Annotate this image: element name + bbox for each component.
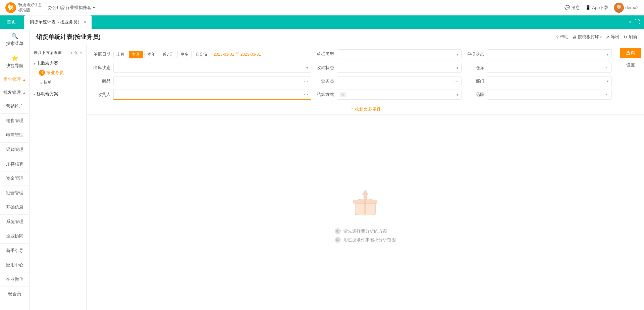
help-button[interactable]: ? 帮助 — [556, 34, 569, 40]
date-custom-button[interactable]: 自定义 — [193, 51, 211, 58]
salesperson-dots[interactable]: ··· — [454, 78, 459, 84]
window-maximize-button[interactable]: ⛶ — [635, 19, 640, 25]
consignee-dots[interactable]: ··· — [304, 92, 308, 98]
dept-select[interactable]: ▾ — [487, 76, 612, 86]
logo-text: 畅捷通好生意 标准版 — [18, 2, 42, 13]
brand-dots[interactable]: ··· — [604, 92, 609, 98]
sidebar-item-wholesale[interactable]: 批发管理 ▲ — [0, 86, 29, 99]
date-this-year-button[interactable]: 本年 — [144, 51, 158, 58]
sidebar-item-finance[interactable]: 资金管理 — [0, 171, 29, 186]
user-menu[interactable]: demo2 — [614, 3, 639, 13]
date-last7-button[interactable]: 近7天 — [160, 51, 176, 58]
filter-field-dept: 部门 ▾ — [466, 76, 612, 86]
recv-status-arrow-icon: ▾ — [457, 66, 459, 70]
out-status-select[interactable]: ▾ — [113, 63, 311, 73]
print-arrow-icon: ▾ — [600, 35, 602, 39]
date-more-button[interactable]: 更多 — [177, 51, 192, 58]
payment-tag: × — [340, 92, 346, 97]
payment-select[interactable]: × ▾ — [337, 90, 462, 100]
doc-type-arrow-icon: ▾ — [457, 52, 459, 57]
tab-home[interactable]: 首页 — [0, 15, 23, 29]
salesperson-input[interactable]: ··· — [337, 76, 462, 86]
payment-tag-remove[interactable]: × — [342, 93, 344, 97]
refresh-icon: ↻ — [624, 35, 627, 40]
query-button[interactable]: 查询 — [620, 48, 641, 58]
sidebar-item-newbie[interactable]: 新手引导 — [0, 244, 29, 258]
setting-button[interactable]: 设置 — [620, 60, 641, 70]
top-bar-left: 畅 畅捷通好生意 标准版 办公用品行业模拟账套 ▾ — [5, 2, 98, 13]
logo-icon: 畅 — [5, 2, 16, 13]
goods-input[interactable]: ··· — [113, 76, 311, 86]
sidebar-item-search-menu[interactable]: 🔍 搜索菜单 — [0, 29, 29, 51]
scheme-add-button[interactable]: + — [70, 50, 73, 56]
date-this-month-button[interactable]: 本月 — [129, 51, 143, 58]
scheme-item-by-salesperson[interactable]: 按 按业务员 — [30, 68, 86, 78]
doc-status-select[interactable]: ▾ — [487, 49, 612, 59]
scheme-group-mobile-header[interactable]: ▸ 移动端方案 — [30, 90, 86, 98]
sidebar: 🔍 搜索菜单 ⭐ 快捷导航 零售管理 ▲ 批发管理 ▲ 营销推广 销售管理 — [0, 29, 30, 310]
page-title: 销货单统计表(按业务员) — [36, 33, 101, 41]
window-close-button[interactable]: × — [629, 19, 632, 25]
svg-rect-5 — [364, 200, 366, 214]
svg-marker-6 — [362, 189, 369, 200]
app-download-button[interactable]: 📱 App下载 — [585, 5, 608, 11]
top-bar-right: 💬 消息 📱 App下载 demo2 — [565, 3, 639, 13]
sidebar-item-sales[interactable]: 销售管理 — [0, 114, 29, 128]
doc-status-arrow-icon: ▾ — [607, 52, 609, 57]
page-header-actions: ? 帮助 🖨 按模板打印 ▾ ↗ 导出 ↻ 刷新 — [556, 34, 637, 40]
scheme-collapse-button[interactable]: « — [79, 50, 82, 56]
sidebar-item-collab[interactable]: 企业协同 — [0, 229, 29, 244]
avatar — [614, 3, 624, 13]
sidebar-item-wechat[interactable]: 企业微信 — [0, 272, 29, 287]
workspace-selector[interactable]: 办公用品行业模拟账套 ▾ — [45, 3, 98, 12]
filter-row-1: 单据日期 上月 本月 本年 近7天 更多 自定义 2023-03-01 至 20… — [92, 49, 612, 59]
doc-status-label: 单据状态 — [466, 51, 484, 57]
empty-hint-2: ② 用过滤条件来缩小分析范围 — [335, 237, 396, 243]
export-button[interactable]: ↗ 导出 — [606, 34, 620, 40]
sidebar-item-retail[interactable]: 零售管理 ▲ — [0, 73, 29, 86]
main-area: 🔍 搜索菜单 ⭐ 快捷导航 零售管理 ▲ 批发管理 ▲ 营销推广 销售管理 — [0, 29, 644, 310]
sidebar-item-purchase[interactable]: 采购管理 — [0, 143, 29, 157]
sidebar-item-inventory[interactable]: 库存核算 — [0, 157, 29, 171]
warehouse-dots[interactable]: ··· — [604, 65, 609, 71]
brand-label: 品牌 — [466, 92, 484, 98]
sub-doc-icon: ≡ — [40, 81, 42, 85]
sidebar-item-system[interactable]: 系统管理 — [0, 215, 29, 229]
warehouse-input[interactable]: ··· — [487, 63, 612, 73]
sidebar-item-member[interactable]: 畅会员 — [0, 287, 29, 301]
sidebar-item-business[interactable]: 经营管理 — [0, 186, 29, 200]
goods-dots[interactable]: ··· — [304, 78, 308, 84]
recv-status-label: 收款状态 — [315, 65, 334, 71]
filter-field-doc-type: 单据类型 ▾ — [315, 49, 462, 59]
sidebar-item-apps[interactable]: 应用中心 — [0, 258, 29, 272]
scheme-salesperson-icon: 按 — [39, 70, 45, 76]
message-button[interactable]: 💬 消息 — [565, 5, 580, 11]
refresh-button[interactable]: ↻ 刷新 — [624, 34, 637, 40]
dept-arrow-icon: ▾ — [607, 79, 609, 84]
hint-num-1: ① — [335, 228, 341, 234]
doc-type-select[interactable]: ▾ — [337, 49, 462, 59]
export-icon: ↗ — [606, 35, 609, 40]
empty-hints: ① 请先选择要分析的方案 ② 用过滤条件来缩小分析范围 — [335, 228, 396, 243]
scheme-group-mobile: ▸ 移动端方案 — [30, 88, 86, 100]
tab-close-button[interactable]: × — [84, 20, 86, 24]
scheme-group-pc-header[interactable]: ▾ 电脑端方案 — [30, 59, 86, 68]
brand-input[interactable]: ··· — [487, 90, 612, 100]
sidebar-item-quick-nav[interactable]: ⭐ 快捷导航 — [0, 51, 29, 73]
sidebar-item-basic[interactable]: 基础信息 — [0, 200, 29, 215]
collapse-bar[interactable]: ⌃ 收起更多条件 — [87, 104, 644, 114]
scheme-edit-button[interactable]: ✎ — [74, 50, 78, 56]
sidebar-item-ecommerce[interactable]: 电商管理 — [0, 128, 29, 143]
filter-field-recv-status: 收款状态 ▾ — [315, 63, 462, 73]
consignee-input[interactable]: ··· — [113, 90, 311, 100]
print-button[interactable]: 🖨 按模板打印 ▾ — [573, 34, 602, 40]
filter-field-warehouse: 仓库 ··· — [466, 63, 612, 73]
recv-status-select[interactable]: ▾ — [337, 63, 462, 73]
date-prev-month-button[interactable]: 上月 — [113, 51, 127, 58]
date-filter-group: 上月 本月 本年 近7天 更多 自定义 2023-03-01 至 2023-03… — [113, 51, 311, 58]
hint-num-2: ② — [335, 237, 341, 243]
scheme-subitem-by-doc[interactable]: ≡ 按单 — [30, 78, 86, 87]
sidebar-item-marketing[interactable]: 营销推广 — [0, 99, 29, 114]
empty-illustration — [345, 183, 385, 223]
tab-active[interactable]: 销货单统计表（按业务员） × — [24, 15, 92, 29]
